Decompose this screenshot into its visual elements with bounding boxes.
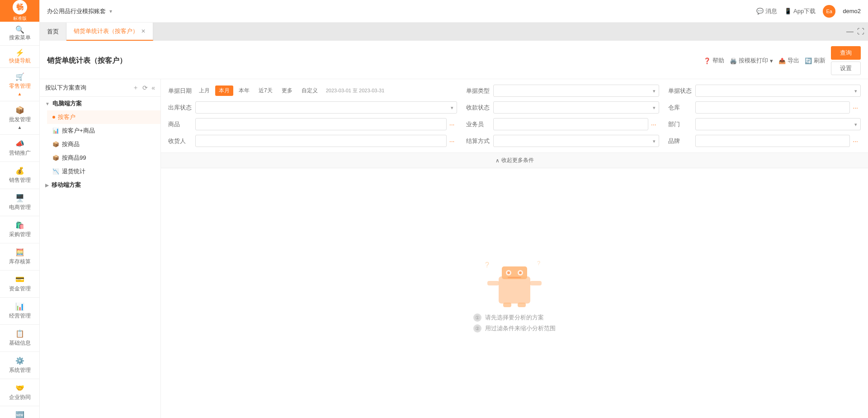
scheme-by-customer-product[interactable]: 📊 按客户+商品 xyxy=(47,124,160,138)
breadcrumb-arrow-icon[interactable]: ▾ xyxy=(109,8,112,14)
username[interactable]: demo2 xyxy=(843,8,861,14)
app-download-button[interactable]: 📱 App下载 xyxy=(784,7,816,15)
collapse-panel-icon[interactable]: « xyxy=(151,84,155,91)
query-button[interactable]: 查询 xyxy=(831,46,861,60)
staff-input[interactable] xyxy=(493,118,648,130)
scheme-by-product-99[interactable]: 📦 按商品99 xyxy=(47,151,160,165)
operations-label: 经营管理 xyxy=(9,312,31,320)
logo-icon: 畅 xyxy=(13,0,27,14)
sidebar-item-basic[interactable]: 📋 基础信息 xyxy=(0,325,39,352)
sidebar-item-newguide[interactable]: 🆕 新手引导 xyxy=(0,406,39,418)
tab-home-label: 首页 xyxy=(47,28,59,36)
add-scheme-icon[interactable]: ＋ xyxy=(132,84,139,92)
filter-warehouse: 仓库 ··· xyxy=(668,101,861,114)
brand-dots-icon[interactable]: ··· xyxy=(850,138,861,145)
wholesale-label: 批发管理 xyxy=(9,116,31,124)
sidebar-item-retail[interactable]: 🛒 零售管理 ▲ xyxy=(0,68,39,101)
receive-status-label: 收款状态 xyxy=(466,104,493,112)
message-button[interactable]: 💬 消息 xyxy=(756,7,777,15)
scheme-return-stats[interactable]: 📉 退货统计 xyxy=(47,165,160,178)
sidebar-item-inventory[interactable]: 🧮 库存核算 xyxy=(0,243,39,271)
tab-maximize-icon[interactable]: ⛶ xyxy=(857,28,864,36)
sidebar-item-enterprise[interactable]: 🤝 企业协同 xyxy=(0,379,39,406)
tab-close-icon[interactable]: ✕ xyxy=(141,28,146,34)
help-icon: ❓ xyxy=(703,57,711,64)
finance-icon: 💳 xyxy=(15,275,24,284)
date-btn-this-year[interactable]: 本年 xyxy=(235,86,253,96)
retail-label: 零售管理 xyxy=(9,82,31,90)
sidebar-item-sales[interactable]: 💰 销售管理 xyxy=(0,162,39,189)
svg-text:?: ? xyxy=(537,260,540,266)
breadcrumb: 办公用品行业模拟账套 xyxy=(47,7,106,15)
sidebar-item-marketing[interactable]: 📣 营销推广 xyxy=(0,135,39,162)
refresh-button[interactable]: 🔄 刷新 xyxy=(805,57,826,65)
sidebar-item-ecommerce[interactable]: 🖥️ 电商管理 xyxy=(0,189,39,216)
sidebar-item-operations[interactable]: 📊 经营管理 xyxy=(0,298,39,325)
type-label: 单据类型 xyxy=(466,87,493,95)
type-select[interactable] xyxy=(493,85,659,97)
page-inner: 销货单统计表（按客户） ❓ 帮助 🖨️ 按模板打印 ▾ 📤 xyxy=(40,41,868,418)
right-panel: 单据日期 上月 本月 本年 近7天 更多 自定义 2023-03-01 至 20… xyxy=(161,79,868,418)
sidebar-item-purchase[interactable]: 🛍️ 采购管理 xyxy=(0,216,39,243)
sidebar-item-finance[interactable]: 💳 资金管理 xyxy=(0,271,39,298)
tab-home[interactable]: 首页 xyxy=(40,23,66,41)
receiver-control: ··· xyxy=(195,135,457,147)
tab-sales-stats[interactable]: 销货单统计表（按客户） ✕ xyxy=(66,23,153,41)
warehouse-control: ··· xyxy=(695,101,861,114)
page-title: 销货单统计表（按客户） xyxy=(47,56,127,66)
logo[interactable]: 畅 标准版 xyxy=(0,0,39,22)
tree-group-pc[interactable]: ▼ 电脑端方案 xyxy=(40,97,160,110)
product-input[interactable] xyxy=(195,118,447,130)
receiver-dots-icon[interactable]: ··· xyxy=(447,138,458,145)
out-status-select[interactable] xyxy=(195,101,457,114)
message-label: 消息 xyxy=(765,7,777,15)
inventory-icon: 🧮 xyxy=(15,248,24,256)
scheme-by-product-label: 按商品 xyxy=(62,140,80,148)
sidebar-item-wholesale[interactable]: 📦 批发管理 ▲ xyxy=(0,101,39,135)
refresh-label: 刷新 xyxy=(814,57,826,65)
staff-label: 业务员 xyxy=(466,120,493,128)
date-btn-more[interactable]: 更多 xyxy=(278,86,296,96)
export-button[interactable]: 📤 导出 xyxy=(778,57,799,65)
scheme-by-product[interactable]: 📦 按商品 xyxy=(47,138,160,151)
print-button[interactable]: 🖨️ 按模板打印 ▾ xyxy=(730,57,773,65)
sidebar-item-system[interactable]: ⚙️ 系统管理 xyxy=(0,352,39,379)
scheme-by-customer[interactable]: 按客户 xyxy=(47,110,160,124)
date-btn-this-month[interactable]: 本月 xyxy=(215,86,233,96)
receive-status-select-wrap xyxy=(493,101,659,114)
receive-status-select[interactable] xyxy=(493,101,659,114)
settings-button[interactable]: 设置 xyxy=(831,62,861,75)
date-btn-7days[interactable]: 近7天 xyxy=(255,86,276,96)
svg-point-4 xyxy=(507,271,510,274)
filter-product: 商品 ··· xyxy=(168,118,457,130)
status-select[interactable] xyxy=(695,85,861,97)
purchase-label: 采购管理 xyxy=(9,231,31,238)
brand-control: ··· xyxy=(695,135,861,147)
refresh-scheme-icon[interactable]: ⟳ xyxy=(142,84,148,91)
dept-select[interactable] xyxy=(695,118,861,130)
sidebar-search[interactable]: 🔍 搜索菜单 xyxy=(0,22,39,46)
product-dots-icon[interactable]: ··· xyxy=(447,121,458,128)
tree-group-mobile[interactable]: ▶ 移动端方案 xyxy=(40,178,160,192)
settlement-select[interactable] xyxy=(493,135,659,147)
ecommerce-label: 电商管理 xyxy=(9,204,31,211)
staff-dots-icon[interactable]: ··· xyxy=(648,121,659,128)
collapse-bar[interactable]: ∧ 收起更多条件 xyxy=(161,153,868,168)
warehouse-input[interactable] xyxy=(695,101,850,114)
filter-receiver: 收货人 ··· xyxy=(168,135,457,147)
enterprise-icon: 🤝 xyxy=(15,384,24,392)
sidebar-quick-nav[interactable]: ⚡ 快捷导航 xyxy=(0,46,39,68)
left-panel-header: 按以下方案查询 ＋ ⟳ « xyxy=(40,79,160,97)
tab-minimize-icon[interactable]: — xyxy=(846,28,854,36)
help-button[interactable]: ❓ 帮助 xyxy=(703,57,724,65)
date-btn-prev-month[interactable]: 上月 xyxy=(195,86,213,96)
date-btn-custom[interactable]: 自定义 xyxy=(298,86,321,96)
system-icon: ⚙️ xyxy=(15,356,24,365)
receiver-input[interactable] xyxy=(195,135,447,147)
scheme-return-stats-label: 退货统计 xyxy=(62,167,85,176)
brand-input[interactable] xyxy=(695,135,850,147)
warehouse-dots-icon[interactable]: ··· xyxy=(850,104,861,111)
page-actions: ❓ 帮助 🖨️ 按模板打印 ▾ 📤 导出 � xyxy=(703,57,826,65)
download-label: App下载 xyxy=(793,7,816,15)
filter-staff: 业务员 ··· xyxy=(466,118,659,130)
